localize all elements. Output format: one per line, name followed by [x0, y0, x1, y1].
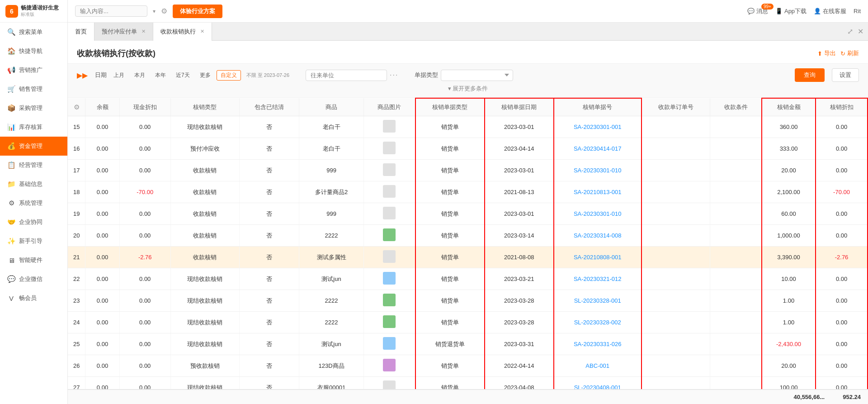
cell-writeoff-no[interactable]: SL-20230328-001	[554, 290, 642, 312]
export-button[interactable]: ⬆ 导出	[817, 49, 836, 57]
writeoff-no-link[interactable]: SA-20230321-012	[574, 276, 622, 282]
writeoff-no-link[interactable]: SA-20210813-001	[574, 189, 622, 195]
app-icon: 📱	[775, 8, 783, 14]
sidebar-item-finance[interactable]: 💰 资金管理	[0, 137, 67, 156]
table-row: 25 0.00 0.00 现结收款核销 否 测试jun 销货退货单 2023-0…	[68, 333, 868, 355]
cell-writeoff-bill-type: 销货单	[415, 181, 485, 203]
cell-cash-discount: 0.00	[119, 268, 170, 290]
writeoff-no-link[interactable]: SA-20230301-001	[574, 124, 622, 130]
tab-close-icon[interactable]: ✕	[858, 27, 863, 36]
sidebar-item-operations[interactable]: 📋 经营管理	[0, 156, 67, 175]
sidebar-item-sales[interactable]: 🛒 销售管理	[0, 80, 67, 99]
cell-balance: 0.00	[85, 138, 119, 160]
sidebar-item-member[interactable]: V 畅会员	[0, 289, 67, 308]
sidebar-item-system[interactable]: ⚙ 系统管理	[0, 194, 67, 213]
cell-writeoff-no[interactable]: SA-20230314-008	[554, 225, 642, 247]
cell-cash-discount: 0.00	[119, 225, 170, 247]
company-filter-dots[interactable]: ···	[390, 71, 398, 79]
chevron-down-icon[interactable]: ▾	[153, 8, 156, 14]
gear-icon[interactable]: ⚙	[161, 7, 167, 15]
tabs-controls: ⤢ ✕	[843, 27, 868, 36]
cell-cash-discount: 0.00	[119, 312, 170, 333]
message-btn[interactable]: 💬 消息 99+	[747, 7, 768, 15]
logo-name: 畅捷通谐好生意	[21, 5, 59, 12]
cell-writeoff-amount: 2,100.00	[762, 181, 816, 203]
cell-writeoff-no[interactable]: SA-20230321-012	[554, 268, 642, 290]
table-wrapper[interactable]: ⚙ 余额 现金折扣 核销类型 包含已结清 商品 商品图片 核销单据类型 核销单据…	[68, 98, 868, 389]
col-settings-icon[interactable]: ⚙	[74, 103, 80, 111]
table-row: 17 0.00 0.00 收款核销 否 999 销货单 2023-03-01 S…	[68, 160, 868, 181]
date-preset-buttons: 上月 本月 本年 近7天 更多 自定义	[109, 70, 241, 81]
cell-balance: 0.00	[85, 116, 119, 138]
expand-more-button[interactable]: ▾ 展开更多条件	[448, 85, 488, 93]
tab-prepay-close[interactable]: ✕	[142, 29, 146, 34]
filter-collapse-btn[interactable]: ▶▶	[77, 71, 88, 80]
sidebar-item-search[interactable]: 🔍 搜索菜单	[0, 23, 67, 42]
filter-settings-button[interactable]: 设置	[832, 68, 859, 82]
sidebar-item-label: 企业协同	[19, 218, 42, 226]
sidebar-item-label: 新手引导	[19, 237, 42, 245]
sidebar-item-quick-nav[interactable]: 🏠 快捷导航	[0, 42, 67, 61]
solution-button[interactable]: 体验行业方案	[173, 5, 222, 18]
cell-writeoff-no[interactable]: SA-20230301-010	[554, 160, 642, 181]
tab-maximize-icon[interactable]: ⤢	[847, 27, 853, 36]
last-month-btn[interactable]: 上月	[109, 70, 128, 81]
writeoff-no-link[interactable]: SA-20230301-010	[574, 167, 622, 174]
type-filter-select[interactable]	[441, 70, 513, 81]
sidebar-item-guide[interactable]: ✨ 新手引导	[0, 232, 67, 251]
writeoff-no-link[interactable]: SA-20230314-008	[574, 232, 622, 239]
cell-goods: 123D商品	[299, 355, 363, 377]
cell-writeoff-no[interactable]: SA-20230331-026	[554, 333, 642, 355]
cell-writeoff-type: 收款核销	[170, 203, 239, 225]
more-btn[interactable]: 更多	[196, 70, 215, 81]
cell-writeoff-no[interactable]: SA-20210808-001	[554, 247, 642, 268]
sidebar-item-corp[interactable]: 🤝 企业协同	[0, 213, 67, 232]
cell-no: 17	[68, 160, 85, 181]
cell-writeoff-no[interactable]: SA-20210813-001	[554, 181, 642, 203]
company-filter-input[interactable]	[306, 70, 387, 81]
cell-no: 20	[68, 225, 85, 247]
sidebar-item-purchase[interactable]: 📦 采购管理	[0, 99, 67, 118]
writeoff-no-link[interactable]: ABC-001	[585, 362, 609, 369]
cell-writeoff-no[interactable]: SL-20230328-002	[554, 312, 642, 333]
cell-goods: 老白干	[299, 138, 363, 160]
cell-writeoff-date: 2021-08-13	[485, 181, 554, 203]
tab-prepay[interactable]: 预付冲应付单 ✕	[94, 23, 153, 41]
sidebar-item-hardware[interactable]: 🖥 智能硬件	[0, 251, 67, 270]
tab-prepay-label: 预付冲应付单	[102, 28, 137, 36]
writeoff-no-link[interactable]: SA-20230331-026	[574, 341, 622, 347]
writeoff-no-link[interactable]: SA-20230301-010	[574, 210, 622, 217]
custom-btn[interactable]: 自定义	[217, 70, 241, 81]
cell-writeoff-amount: 10.00	[762, 268, 816, 290]
refresh-button[interactable]: ↻ 刷新	[840, 49, 859, 57]
this-year-btn[interactable]: 本年	[151, 70, 170, 81]
writeoff-no-link[interactable]: SL-20230328-001	[574, 297, 621, 304]
tab-collection-close[interactable]: ✕	[200, 29, 204, 34]
app-download-btn[interactable]: 📱 App下载	[775, 7, 807, 15]
sidebar-item-marketing[interactable]: 📢 营销推广	[0, 61, 67, 80]
tab-collection[interactable]: 收款核销执行 ✕	[153, 23, 212, 41]
writeoff-no-link[interactable]: SL-20230408-001	[574, 384, 621, 389]
cell-writeoff-bill-type: 销货单	[415, 116, 485, 138]
this-month-btn[interactable]: 本月	[130, 70, 149, 81]
cell-writeoff-type: 收款核销	[170, 160, 239, 181]
cell-writeoff-no[interactable]: SA-20230414-017	[554, 138, 642, 160]
online-service-btn[interactable]: 👤 在线客服	[814, 7, 846, 15]
cell-writeoff-no[interactable]: SA-20230301-010	[554, 203, 642, 225]
last7-btn[interactable]: 近7天	[172, 70, 194, 81]
cell-writeoff-date: 2022-04-14	[485, 355, 554, 377]
query-button[interactable]: 查询	[795, 68, 825, 82]
cell-writeoff-no[interactable]: ABC-001	[554, 355, 642, 377]
sidebar-item-wechat[interactable]: 💬 企业微信	[0, 270, 67, 289]
writeoff-no-link[interactable]: SA-20210808-001	[574, 254, 622, 261]
topbar-search-input[interactable]	[75, 5, 147, 17]
tab-home[interactable]: 首页	[68, 23, 94, 41]
writeoff-no-link[interactable]: SL-20230328-002	[574, 319, 621, 326]
sidebar-item-basic[interactable]: 📁 基础信息	[0, 175, 67, 194]
app-label: App下载	[784, 7, 807, 15]
cell-receipt-condition	[710, 377, 762, 390]
writeoff-no-link[interactable]: SA-20230414-017	[574, 145, 622, 152]
cell-writeoff-no[interactable]: SL-20230408-001	[554, 377, 642, 390]
cell-writeoff-no[interactable]: SA-20230301-001	[554, 116, 642, 138]
sidebar-item-inventory[interactable]: 📊 库存核算	[0, 118, 67, 137]
